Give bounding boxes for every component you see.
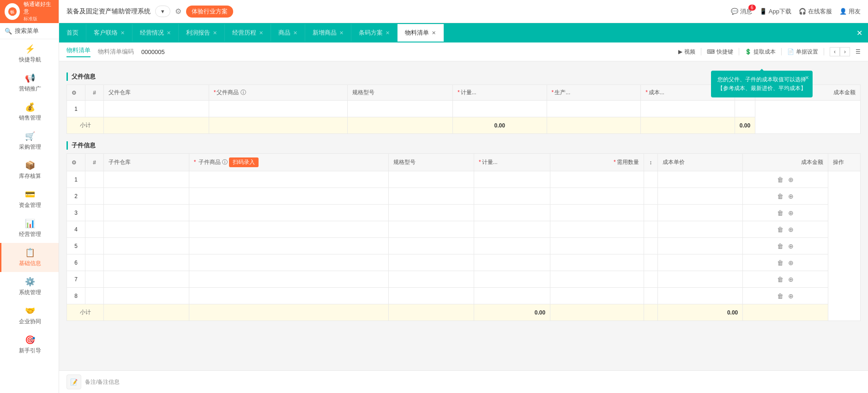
child-row-4-goods[interactable]: [104, 221, 189, 238]
nav-close-all[interactable]: ✕: [851, 29, 868, 37]
copy-icon-7[interactable]: ⊕: [788, 276, 794, 283]
tooltip-close-btn[interactable]: ×: [805, 73, 809, 83]
child-row-6-warehouse[interactable]: [85, 254, 104, 271]
sidebar-item-sales[interactable]: 💰 销售管理: [0, 97, 59, 127]
child-row-2-goods[interactable]: [104, 188, 189, 205]
parent-row-1-cost[interactable]: [547, 101, 641, 117]
child-row-1-qty[interactable]: [474, 171, 550, 188]
child-row-5-unit[interactable]: [389, 238, 474, 254]
single-settings-btn[interactable]: 📄 单据设置: [787, 48, 818, 56]
copy-icon-8[interactable]: ⊕: [788, 292, 794, 300]
child-row-3-warehouse[interactable]: [85, 205, 104, 221]
child-row-4-qty[interactable]: [474, 221, 550, 238]
child-row-6-goods[interactable]: [104, 254, 189, 271]
experience-btn[interactable]: 体验行业方案: [186, 6, 233, 18]
parent-row-1-spec[interactable]: [209, 101, 347, 117]
child-row-6-unit[interactable]: [389, 254, 474, 271]
parent-row-1-unit[interactable]: [348, 101, 453, 117]
child-row-1-spec[interactable]: [189, 171, 389, 188]
scan-btn[interactable]: 扫码录入: [229, 157, 259, 167]
tab-barcode-close[interactable]: ✕: [386, 30, 390, 36]
child-row-8-unit-price[interactable]: [644, 288, 657, 304]
sidebar-item-basic-info[interactable]: 📋 基础信息: [0, 243, 59, 272]
child-row-3-unit-price[interactable]: [644, 205, 657, 221]
child-row-8-spec[interactable]: [189, 288, 389, 304]
delete-icon-8[interactable]: 🗑: [777, 292, 784, 300]
child-row-3-qty[interactable]: [474, 205, 550, 221]
delete-icon-5[interactable]: 🗑: [777, 242, 784, 250]
settings-icon[interactable]: ⚙: [175, 7, 181, 16]
child-row-2-qty[interactable]: [474, 188, 550, 205]
parent-row-1-goods[interactable]: [104, 101, 209, 117]
list-view-btn[interactable]: ☰: [856, 48, 861, 55]
child-row-4-unit[interactable]: [389, 221, 474, 238]
extract-cost-btn[interactable]: 💲 提取成本: [745, 48, 776, 56]
tab-profit-close[interactable]: ✕: [213, 30, 217, 36]
child-row-2-unit[interactable]: [389, 188, 474, 205]
copy-icon-3[interactable]: ⊕: [788, 209, 794, 217]
sidebar-item-guide[interactable]: 🎯 新手引导: [0, 330, 59, 359]
delete-icon-3[interactable]: 🗑: [777, 209, 784, 217]
tab-goods-close[interactable]: ✕: [293, 30, 297, 36]
tab-bom-close[interactable]: ✕: [432, 30, 436, 36]
tab-home[interactable]: 首页: [59, 24, 86, 42]
child-row-6-spec[interactable]: [189, 254, 389, 271]
child-row-1-warehouse[interactable]: [85, 171, 104, 188]
child-row-2-unit-price[interactable]: [644, 188, 657, 205]
tab-history-close[interactable]: ✕: [259, 30, 263, 36]
toolbar-tab-bom[interactable]: 物料清单: [66, 46, 90, 57]
prev-btn[interactable]: ‹: [830, 47, 840, 56]
tab-goods[interactable]: 商品 ✕: [271, 24, 305, 42]
child-row-7-qty[interactable]: [474, 271, 550, 288]
delete-icon-6[interactable]: 🗑: [777, 259, 784, 266]
child-row-6-qty[interactable]: [474, 254, 550, 271]
sidebar-item-enterprise[interactable]: 🤝 企业协同: [0, 301, 59, 330]
tab-barcode[interactable]: 条码方案 ✕: [351, 24, 398, 42]
user-menu[interactable]: 👤 用友: [839, 7, 861, 16]
tab-customer[interactable]: 客户联络 ✕: [86, 24, 133, 42]
child-row-1-goods[interactable]: [104, 171, 189, 188]
child-row-5-warehouse[interactable]: [85, 238, 104, 254]
copy-icon-2[interactable]: ⊕: [788, 193, 794, 200]
child-row-5-qty[interactable]: [474, 238, 550, 254]
sidebar-item-inventory[interactable]: 📦 库存核算: [0, 156, 59, 185]
sidebar-item-system[interactable]: ⚙️ 系统管理: [0, 272, 59, 301]
delete-icon-2[interactable]: 🗑: [777, 193, 784, 200]
tab-customer-close[interactable]: ✕: [121, 30, 125, 36]
child-row-4-unit-price[interactable]: [644, 221, 657, 238]
child-row-8-qty[interactable]: [474, 288, 550, 304]
child-row-5-unit-price[interactable]: [644, 238, 657, 254]
parent-row-1-production[interactable]: [452, 101, 547, 117]
child-row-1-unit-price[interactable]: [644, 171, 657, 188]
child-row-3-unit[interactable]: [389, 205, 474, 221]
child-row-8-warehouse[interactable]: [85, 288, 104, 304]
child-row-7-spec[interactable]: [189, 271, 389, 288]
child-row-4-spec[interactable]: [189, 221, 389, 238]
bottom-notes-icon[interactable]: 📝: [66, 375, 81, 389]
delete-icon-1[interactable]: 🗑: [777, 176, 784, 183]
child-row-7-unit[interactable]: [389, 271, 474, 288]
copy-icon-5[interactable]: ⊕: [788, 242, 794, 250]
view-btn[interactable]: ▶ 视频: [678, 48, 695, 56]
child-row-3-spec[interactable]: [189, 205, 389, 221]
child-row-2-warehouse[interactable]: [85, 188, 104, 205]
online-service-btn[interactable]: 🎧 在线客服: [799, 7, 832, 16]
child-row-3-goods[interactable]: [104, 205, 189, 221]
child-row-1-unit[interactable]: [389, 171, 474, 188]
child-row-5-spec[interactable]: [189, 238, 389, 254]
copy-icon-1[interactable]: ⊕: [788, 176, 794, 183]
copy-icon-6[interactable]: ⊕: [788, 259, 794, 266]
delete-icon-4[interactable]: 🗑: [777, 226, 784, 233]
child-row-8-goods[interactable]: [104, 288, 189, 304]
tab-new-goods-close[interactable]: ✕: [339, 30, 344, 36]
sidebar-item-marketing[interactable]: 📢 营销推广: [0, 68, 59, 97]
tab-profit[interactable]: 利润报告 ✕: [179, 24, 225, 42]
parent-row-1-warehouse[interactable]: [85, 101, 104, 117]
message-btn[interactable]: 💬 消息 6: [731, 7, 752, 16]
next-btn[interactable]: ›: [840, 47, 850, 56]
th-parent-settings[interactable]: ⚙: [67, 85, 85, 101]
child-row-5-goods[interactable]: [104, 238, 189, 254]
sidebar-item-search[interactable]: 🔍 搜索菜单: [0, 23, 59, 39]
tab-history[interactable]: 经营历程 ✕: [225, 24, 271, 42]
tab-operations[interactable]: 经营情况 ✕: [133, 24, 179, 42]
